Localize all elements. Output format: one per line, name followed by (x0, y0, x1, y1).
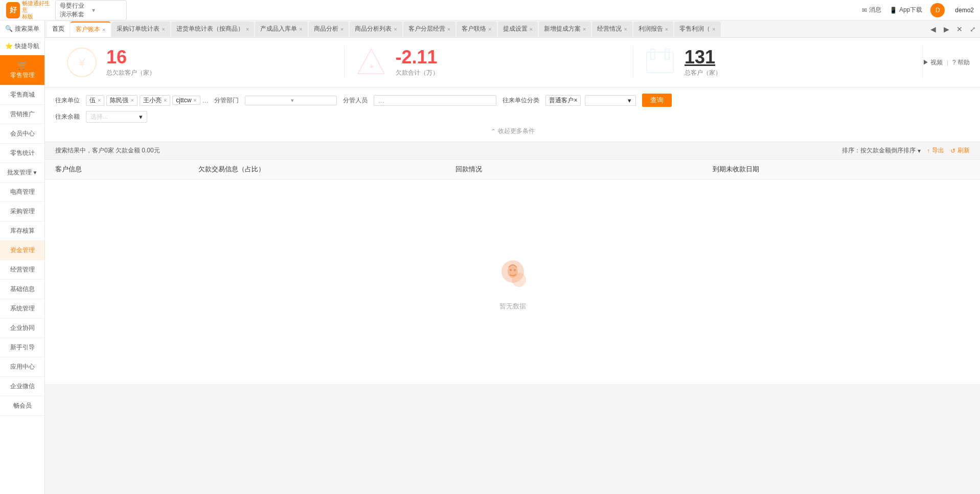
remove-classify-tag[interactable]: × (574, 97, 577, 104)
tab-profit-report[interactable]: 利润报告 × (633, 21, 673, 37)
close-icon[interactable]: × (102, 27, 105, 33)
sidebar-item-quick-nav[interactable]: ⭐ 快捷导航 (0, 38, 44, 55)
tab-purchase-order[interactable]: 采购订单统计表 × (111, 21, 170, 37)
classify-filter: 普通客户 × ▾ (545, 95, 636, 106)
filter-area: 往来单位 伍 × 陈民强 × 王小亮 (45, 87, 980, 142)
sidebar-item-retail-stats[interactable]: 零售统计 (0, 144, 44, 163)
avatar: D (930, 3, 945, 17)
debt-customers-label: 总欠款客户（家） (106, 69, 155, 77)
refresh-button[interactable]: ↺ 刷新 (950, 146, 970, 155)
close-icon[interactable]: × (299, 26, 302, 32)
tab-add-raise[interactable]: 新增提成方案 × (539, 21, 591, 37)
col-customer-info: 客户信息 (55, 165, 198, 174)
sidebar-item-vip[interactable]: 畅会员 (0, 396, 44, 416)
top-bar-right: ✉ 消息 📱 App下载 D demo2 (862, 3, 974, 17)
sidebar-item-new-guide[interactable]: 新手引导 (0, 338, 44, 357)
close-icon[interactable]: × (624, 26, 627, 32)
debt-customers-number: 16 (106, 48, 155, 66)
tab-customer-book[interactable]: 客户账本 × (71, 21, 110, 37)
balance-filter-select[interactable]: 选择... ▾ (86, 111, 147, 123)
more-tags-button[interactable]: ... (202, 96, 209, 104)
total-customers-icon (644, 46, 676, 79)
sidebar-item-operation[interactable]: 经营管理 (0, 260, 44, 280)
remove-tag-2[interactable]: × (130, 97, 133, 103)
tab-close-all-button[interactable]: ✕ (954, 24, 965, 34)
chevron-down-icon: ▾ (628, 97, 631, 104)
tab-product-inbound[interactable]: 产成品入库单 × (255, 21, 307, 37)
sidebar-item-purchase[interactable]: 采购管理 (0, 202, 44, 221)
tab-goods-analysis[interactable]: 商品分析 × (309, 21, 349, 37)
video-button[interactable]: ▶ 视频 (923, 58, 943, 67)
tab-next-button[interactable]: ▶ (941, 24, 951, 34)
chevron-down-icon: ▾ (139, 113, 143, 121)
expand-icon: ▼ (33, 170, 38, 175)
tab-operation-status[interactable]: 经营情况 × (592, 21, 632, 37)
close-icon[interactable]: × (447, 26, 450, 32)
remove-tag-4[interactable]: × (193, 97, 196, 103)
tenant-selector[interactable]: 母婴行业演示帐套 ▾ (55, 0, 127, 20)
main-layout: 🔍 搜索菜单 ⭐ 快捷导航 🛒 零售管理 零售商城 营销推广 会员中心 零售统计 (0, 20, 980, 494)
sidebar-item-enterprise[interactable]: 企业协同 (0, 319, 44, 338)
sidebar-item-batch-mgmt[interactable]: 批发管理 ▼ (0, 163, 44, 183)
stat-debt-customers: ¥ 16 总欠款客户（家） (55, 46, 345, 79)
tab-stock-stats[interactable]: 进货单统计表（按商品） × (171, 21, 254, 37)
sort-button[interactable]: 排序：按欠款金额倒序排序 ▾ (842, 146, 921, 155)
results-summary: 搜索结果中，客户0家 欠款金额 0.00元 (55, 146, 842, 155)
close-icon[interactable]: × (583, 26, 586, 32)
help-button[interactable]: ? 帮助 (952, 58, 970, 67)
sidebar-item-search[interactable]: 🔍 搜索菜单 (0, 20, 44, 38)
sidebar-item-retail-shop[interactable]: 零售商城 (0, 85, 44, 105)
query-button[interactable]: 查询 (642, 94, 672, 107)
tab-maximize-button[interactable]: ⤢ (968, 24, 978, 34)
close-icon[interactable]: × (246, 26, 249, 32)
dept-filter-dropdown[interactable]: ▾ (245, 96, 337, 105)
stat-total-customers: 131 总客户（家） (633, 46, 923, 79)
classify-dropdown[interactable]: ▾ (585, 95, 636, 106)
tab-customer-contact[interactable]: 客户联络 × (457, 21, 496, 37)
sidebar-item-sys-mgmt[interactable]: 系统管理 (0, 299, 44, 319)
classify-filter-label: 往来单位分类 (503, 96, 539, 105)
refresh-icon: ↺ (950, 147, 955, 154)
close-icon[interactable]: × (340, 26, 344, 32)
sidebar-item-capital[interactable]: 资金管理 (0, 241, 44, 260)
tab-bar: 首页 客户账本 × 采购订单统计表 × 进货单统计表（按商品） × 产成品入库单… (45, 20, 980, 38)
svg-point-9 (512, 273, 526, 287)
phone-icon: 📱 (890, 7, 897, 14)
tab-raise-settings[interactable]: 提成设置 × (498, 21, 538, 37)
app-download-button[interactable]: 📱 App下载 (890, 6, 922, 14)
tab-goods-analysis-list[interactable]: 商品分析列表 × (350, 21, 402, 37)
person-filter-input[interactable]: ... (374, 95, 496, 106)
tab-retail-profit[interactable]: 零售利润（ × (674, 21, 720, 37)
star-icon: ⭐ (5, 42, 13, 50)
close-icon[interactable]: × (394, 26, 397, 32)
sidebar-item-member[interactable]: 会员中心 (0, 124, 44, 144)
close-icon[interactable]: × (712, 26, 715, 32)
tab-home[interactable]: 首页 (47, 21, 70, 37)
sidebar-item-enterprise-wx[interactable]: 企业微信 (0, 377, 44, 396)
debt-total-label: 欠款合计（万） (396, 69, 439, 77)
sidebar-item-app-center[interactable]: 应用中心 (0, 357, 44, 377)
svg-point-11 (514, 269, 516, 271)
export-button[interactable]: ↑ 导出 (927, 146, 944, 155)
user-name[interactable]: demo2 (955, 7, 974, 14)
close-icon[interactable]: × (530, 26, 533, 32)
retail-icon: 🛒 (2, 60, 42, 70)
sidebar-item-basic-info[interactable]: 基础信息 (0, 280, 44, 299)
close-icon[interactable]: × (665, 26, 668, 32)
logo-area: 好 畅捷通好生意 标版 (6, 0, 51, 20)
svg-rect-6 (665, 49, 669, 59)
sidebar-item-retail-mgmt[interactable]: 🛒 零售管理 (0, 55, 44, 85)
tab-customer-segment[interactable]: 客户分层经营 × (403, 21, 455, 37)
message-button[interactable]: ✉ 消息 (862, 6, 881, 14)
remove-tag-1[interactable]: × (98, 97, 101, 103)
sidebar-item-marketing[interactable]: 营销推广 (0, 105, 44, 124)
close-icon[interactable]: × (162, 26, 165, 32)
sidebar-item-inventory[interactable]: 库存核算 (0, 221, 44, 241)
close-icon[interactable]: × (488, 26, 491, 32)
remove-tag-3[interactable]: × (164, 97, 167, 103)
stat-help: ▶ 视频 | ? 帮助 (923, 58, 970, 67)
sidebar-item-ecommerce[interactable]: 电商管理 (0, 183, 44, 202)
tab-prev-button[interactable]: ◀ (928, 24, 938, 34)
logo-text: 畅捷通好生意 标版 (22, 0, 51, 20)
collapse-filters-button[interactable]: ⌃ 收起更多条件 (55, 127, 970, 136)
